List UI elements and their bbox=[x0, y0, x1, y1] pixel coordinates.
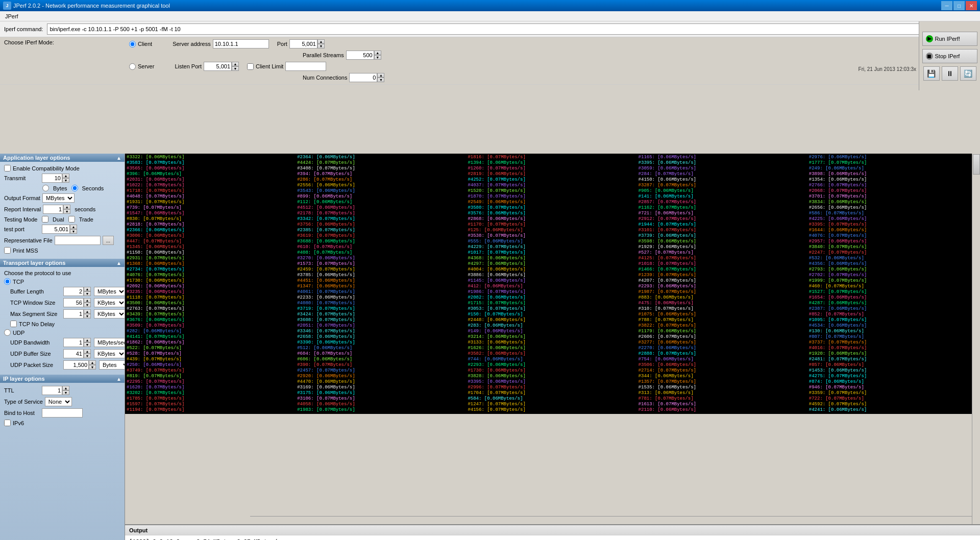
client-limit-checkbox[interactable] bbox=[247, 63, 254, 70]
report-interval-down[interactable]: ▼ bbox=[63, 209, 70, 214]
ip-layer-header[interactable]: IP layer options ▲ bbox=[0, 375, 125, 383]
tcp-win-down[interactable]: ▼ bbox=[84, 303, 91, 307]
graph-row: #1194: [0.07MBytes/s] bbox=[127, 407, 296, 413]
transmit-down[interactable]: ▼ bbox=[62, 178, 69, 183]
menu-item-jperf[interactable]: JPerf bbox=[2, 12, 21, 20]
port-label: Port bbox=[277, 41, 287, 47]
close-button[interactable]: ✕ bbox=[966, 1, 977, 10]
output-text[interactable]: [1990] 0.0-10.2 sec 0.74 MBytes 0.07 MBy… bbox=[125, 535, 980, 540]
buffer-len-up[interactable]: ▲ bbox=[84, 287, 91, 291]
tos-select[interactable]: None bbox=[45, 397, 72, 406]
trade-checkbox[interactable] bbox=[68, 216, 75, 223]
buffer-len-down[interactable]: ▼ bbox=[84, 291, 91, 296]
vertical-scrollbar[interactable] bbox=[972, 154, 980, 524]
test-port-down[interactable]: ▼ bbox=[70, 229, 77, 234]
seconds-radio[interactable] bbox=[71, 185, 78, 191]
buffer-length-unit[interactable]: MBytesKBytes bbox=[94, 287, 125, 296]
udp-buf-up[interactable]: ▲ bbox=[84, 349, 91, 354]
port-up[interactable]: ▲ bbox=[317, 39, 325, 44]
graph-row: #2233: [0.06MBytes/s] bbox=[297, 295, 467, 301]
dual-checkbox[interactable] bbox=[42, 216, 48, 223]
listen-port-down[interactable]: ▼ bbox=[232, 66, 239, 71]
tcp-window-input[interactable] bbox=[63, 298, 84, 307]
max-segment-input[interactable] bbox=[63, 309, 84, 318]
test-port-up[interactable]: ▲ bbox=[70, 225, 77, 229]
minimize-button[interactable]: ─ bbox=[941, 1, 952, 10]
num-conn-up[interactable]: ▲ bbox=[377, 73, 384, 78]
parallel-down[interactable]: ▼ bbox=[374, 55, 381, 60]
app-layer-header[interactable]: Application layer options ▲ bbox=[0, 154, 125, 162]
enable-compat-row: Enable Compatibility Mode bbox=[4, 165, 120, 171]
udp-buf-down[interactable]: ▼ bbox=[84, 354, 91, 358]
maximize-button[interactable]: □ bbox=[953, 1, 965, 10]
udp-buffer-input[interactable] bbox=[63, 349, 84, 358]
udp-pkt-up[interactable]: ▲ bbox=[89, 360, 96, 365]
run-iperf-button[interactable]: ▶ Run IPerf! bbox=[922, 32, 977, 46]
report-interval-up[interactable]: ▲ bbox=[63, 205, 70, 209]
listen-port-input[interactable] bbox=[204, 62, 232, 71]
tcp-window-unit[interactable]: KBytesMBytes bbox=[94, 298, 125, 307]
ttl-input[interactable] bbox=[42, 386, 62, 395]
transport-layer-collapse-icon[interactable]: ▲ bbox=[116, 260, 121, 266]
udp-bandwidth-label: UDP Bandwidth bbox=[10, 339, 61, 346]
refresh-icon-button[interactable]: 🔄 bbox=[960, 66, 976, 81]
graph-row: #1260: [0.07MBytes/s] bbox=[468, 166, 637, 171]
graph-row: #4150: [0.06MBytes/s] bbox=[639, 177, 808, 183]
graph-row: #2247: [0.07MBytes/s] bbox=[809, 250, 978, 256]
port-down[interactable]: ▼ bbox=[317, 44, 325, 48]
num-conn-down[interactable]: ▼ bbox=[377, 78, 384, 82]
transport-layer-header[interactable]: Transport layer options ▲ bbox=[0, 259, 125, 267]
tcp-no-delay-checkbox[interactable] bbox=[10, 321, 17, 327]
ttl-up[interactable]: ▲ bbox=[62, 386, 69, 390]
stop-iperf-button[interactable]: ⏹ Stop IPerf bbox=[922, 49, 977, 63]
output-format-select[interactable]: MBytes KBytes GBytes bbox=[42, 193, 75, 203]
report-interval-input[interactable] bbox=[43, 205, 63, 214]
rep-file-browse-button[interactable]: ... bbox=[103, 236, 114, 245]
graph-row: #447: [0.07MBytes/s] bbox=[127, 239, 296, 244]
max-seg-up[interactable]: ▲ bbox=[84, 309, 91, 314]
udp-bandwidth-input[interactable] bbox=[63, 338, 84, 347]
udp-buffer-unit[interactable]: KBytesMBytes bbox=[94, 349, 125, 358]
transmit-up[interactable]: ▲ bbox=[62, 174, 69, 178]
port-input[interactable] bbox=[289, 39, 317, 48]
iperf-command-input[interactable] bbox=[47, 23, 976, 35]
udp-bw-up[interactable]: ▲ bbox=[84, 338, 91, 342]
udp-bandwidth-unit[interactable]: MBytes/secKBytes/sec bbox=[94, 338, 125, 347]
graph-row: #3583: [0.07MBytes/s] bbox=[127, 160, 296, 166]
server-address-input[interactable] bbox=[213, 39, 269, 48]
parallel-streams-input[interactable] bbox=[346, 51, 374, 60]
ttl-down[interactable]: ▼ bbox=[62, 390, 69, 395]
tcp-win-up[interactable]: ▲ bbox=[84, 298, 91, 303]
udp-packet-unit[interactable]: BytesKBytes bbox=[99, 360, 125, 370]
udp-bw-down[interactable]: ▼ bbox=[84, 342, 91, 347]
bytes-radio[interactable] bbox=[42, 185, 49, 191]
parallel-up[interactable]: ▲ bbox=[374, 51, 381, 55]
app-layer-collapse-icon[interactable]: ▲ bbox=[116, 155, 121, 161]
listen-port-up[interactable]: ▲ bbox=[232, 62, 239, 66]
tcp-radio[interactable] bbox=[4, 278, 11, 285]
pause-icon-button[interactable]: ⏸ bbox=[942, 66, 958, 81]
buffer-length-input[interactable] bbox=[63, 287, 84, 296]
print-mss-checkbox[interactable] bbox=[4, 247, 11, 254]
horizontal-scrollbar[interactable] bbox=[250, 516, 972, 524]
client-limit-input[interactable] bbox=[285, 62, 326, 71]
transmit-input[interactable] bbox=[42, 174, 62, 183]
max-segment-unit[interactable]: KBytesMBytes bbox=[94, 309, 125, 318]
window-controls[interactable]: ─ □ ✕ bbox=[941, 1, 977, 10]
enable-compat-checkbox[interactable] bbox=[4, 165, 11, 171]
rep-file-input[interactable] bbox=[55, 236, 101, 245]
scrollbar-thumb[interactable] bbox=[973, 154, 980, 175]
test-port-input[interactable] bbox=[42, 225, 70, 234]
max-seg-down[interactable]: ▼ bbox=[84, 314, 91, 318]
server-radio[interactable] bbox=[129, 63, 136, 70]
udp-pkt-down[interactable]: ▼ bbox=[89, 365, 96, 370]
udp-radio[interactable] bbox=[4, 329, 11, 336]
bind-host-input[interactable] bbox=[42, 408, 83, 418]
udp-packet-input[interactable] bbox=[63, 360, 89, 370]
ipv6-checkbox[interactable] bbox=[4, 420, 11, 426]
client-radio[interactable] bbox=[129, 41, 136, 47]
ip-layer-collapse-icon[interactable]: ▲ bbox=[116, 376, 121, 382]
graph-row: #4470: [0.06MBytes/s] bbox=[297, 379, 467, 385]
num-connections-input[interactable] bbox=[349, 73, 377, 82]
save-icon-button[interactable]: 💾 bbox=[923, 66, 940, 81]
